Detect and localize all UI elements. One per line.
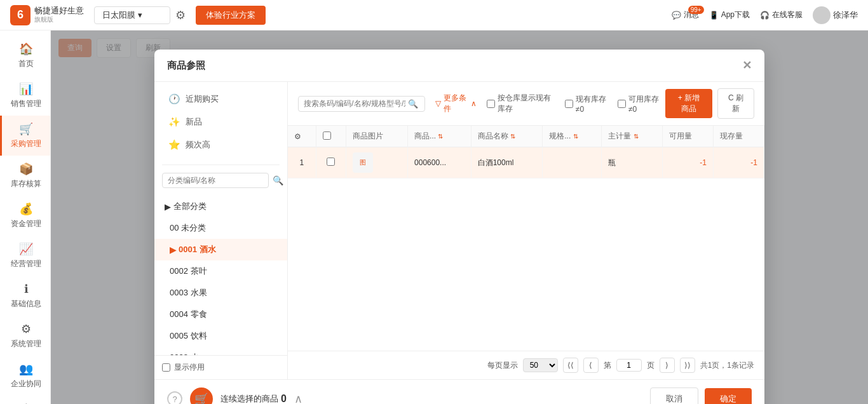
code-label: 商品...	[414, 131, 436, 140]
tenant-selector[interactable]: 日太阳膜 ▾	[94, 6, 170, 24]
category-item-5[interactable]: 0005 饮料	[154, 325, 287, 347]
row-name: 白酒100ml	[471, 147, 543, 178]
more-filters-button[interactable]: ▽ 更多条件 ∧	[430, 90, 482, 117]
product-search-box: 🔍	[298, 96, 425, 112]
help-icon[interactable]: ?	[167, 391, 182, 404]
category-label: 全部分类	[173, 201, 207, 212]
current-stock-checkbox-label[interactable]: 现有库存≠0	[565, 94, 607, 114]
column-spec[interactable]: 规格... ⇅	[543, 126, 602, 147]
next-page-button[interactable]: ⟩	[660, 358, 675, 373]
sidebar-item-home[interactable]: 🏠 首页	[0, 36, 50, 76]
home-icon: 🏠	[19, 42, 33, 56]
sidebar-item-inventory[interactable]: 📦 库存核算	[0, 156, 50, 196]
username: 徐泽华	[833, 10, 858, 21]
available-stock-label: 可用库存≠0	[628, 94, 660, 114]
page-size-select[interactable]: 20 50 100	[523, 358, 558, 372]
sidebar-item-guide[interactable]: 🎓 新手引导	[0, 396, 50, 404]
sidebar-item-finance[interactable]: 💰 资金管理	[0, 196, 50, 236]
table-row[interactable]: 1 图	[288, 147, 764, 178]
sidebar-item-purchase[interactable]: 🛒 采购管理	[0, 116, 50, 156]
avatar	[813, 6, 831, 24]
logo-area: 6 畅捷通好生意 旗舰版	[10, 5, 84, 25]
product-search-input[interactable]	[304, 99, 405, 108]
collapse-icon[interactable]: ∧	[294, 392, 302, 404]
recent-icon: 🕐	[168, 93, 180, 105]
sidebar-item-operations[interactable]: 📈 经营管理	[0, 236, 50, 276]
column-available: 可用量	[663, 126, 714, 147]
add-product-button[interactable]: + 新增商品	[665, 89, 712, 118]
sort-icon: ⇅	[634, 133, 639, 140]
row-code: 000600...	[408, 147, 471, 178]
sidebar-item-basic[interactable]: ℹ 基础信息	[0, 276, 50, 316]
new-product-item[interactable]: ✨ 新品	[162, 111, 280, 133]
cancel-button[interactable]: 取消	[650, 387, 698, 404]
unit-label: 主计量	[608, 131, 631, 140]
product-table: ⚙ 商品图片 商品... ⇅ 商品名称	[288, 126, 764, 178]
service-nav-item[interactable]: 🎧 在线客服	[760, 10, 803, 20]
inventory-icon: 📦	[19, 162, 33, 176]
row-available: -1	[663, 147, 714, 178]
warehouse-stock-checkbox[interactable]	[487, 100, 495, 108]
category-item-6[interactable]: 0008 水	[154, 347, 287, 355]
app-download-nav-item[interactable]: 📱 App下载	[709, 10, 750, 20]
page-number-input[interactable]	[616, 359, 642, 372]
high-freq-label: 频次高	[186, 139, 210, 151]
trial-button[interactable]: 体验行业方案	[196, 6, 266, 25]
show-disabled-checkbox[interactable]	[162, 363, 170, 372]
message-nav-item[interactable]: 💬 消息 99+	[672, 10, 699, 20]
high-frequency-item[interactable]: ⭐ 频次高	[162, 134, 280, 156]
category-item-2[interactable]: 0002 茶叶	[154, 260, 287, 282]
prev-page-button[interactable]: ⟨	[583, 358, 599, 373]
sidebar-item-enterprise[interactable]: 👥 企业协同	[0, 356, 50, 396]
app-label: App下载	[721, 10, 750, 20]
user-nav-item[interactable]: 徐泽华	[813, 6, 858, 24]
last-page-button[interactable]: ⟩⟩	[680, 358, 695, 373]
category-label: 0001 酒水	[179, 244, 216, 255]
column-code[interactable]: 商品... ⇅	[408, 126, 471, 147]
category-search-icon[interactable]: 🔍	[273, 175, 283, 185]
select-all-checkbox[interactable]	[323, 131, 331, 140]
category-item-4[interactable]: 0004 零食	[154, 304, 287, 325]
category-item-0[interactable]: 00 未分类	[154, 217, 287, 239]
nav-right: 💬 消息 99+ 📱 App下载 🎧 在线客服 徐泽华	[672, 6, 858, 24]
refresh-button[interactable]: C 刷新	[717, 88, 754, 119]
show-disabled-label[interactable]: 显示停用	[174, 362, 205, 373]
product-image: 图	[353, 152, 373, 173]
message-badge: 99+	[688, 6, 704, 14]
chevron-down-icon: ▾	[138, 10, 142, 20]
modal-close-button[interactable]: ✕	[742, 58, 752, 72]
product-table-area: ⚙ 商品图片 商品... ⇅ 商品名称	[288, 126, 764, 351]
category-item-all[interactable]: ▶ 全部分类	[154, 196, 287, 217]
system-icon: ⚙	[21, 322, 31, 336]
sidebar-item-system[interactable]: ⚙ 系统管理	[0, 316, 50, 356]
available-stock-checkbox[interactable]	[618, 100, 626, 108]
current-stock-checkbox[interactable]	[565, 100, 573, 108]
recent-purchase-item[interactable]: 🕐 近期购买	[162, 88, 280, 110]
first-page-button[interactable]: ⟨⟨	[563, 358, 578, 373]
finance-icon: 💰	[19, 202, 33, 216]
row-checkbox[interactable]	[327, 158, 335, 166]
category-search-input[interactable]	[162, 173, 269, 188]
warehouse-stock-checkbox-label[interactable]: 按仓库显示现有库存	[487, 93, 555, 114]
category-item-3[interactable]: 0003 水果	[154, 282, 287, 304]
confirm-button[interactable]: 确定	[705, 388, 752, 404]
search-icon[interactable]: 🔍	[408, 99, 418, 109]
available-stock-checkbox-label[interactable]: 可用库存≠0	[618, 94, 660, 114]
purchase-icon: 🛒	[19, 122, 33, 136]
column-settings[interactable]: ⚙	[288, 126, 316, 147]
modal-title: 商品参照	[167, 60, 205, 72]
column-name[interactable]: 商品名称 ⇅	[471, 126, 543, 147]
cart-count: 0	[281, 393, 287, 404]
divider-1	[162, 165, 280, 165]
page-size-label: 每页显示	[487, 360, 518, 371]
category-label: 00 未分类	[170, 222, 206, 234]
sidebar-label-operations: 经营管理	[11, 259, 41, 269]
cart-button[interactable]: 🛒	[190, 387, 213, 404]
sidebar-item-sales[interactable]: 📊 销售管理	[0, 76, 50, 116]
message-icon: 💬	[672, 11, 681, 20]
category-item-1[interactable]: ▶ 0001 酒水	[154, 239, 287, 260]
gear-icon[interactable]: ⚙	[175, 8, 186, 22]
sales-icon: 📊	[19, 82, 33, 96]
column-unit[interactable]: 主计量 ⇅	[602, 126, 663, 147]
row-checkbox-cell	[316, 147, 346, 178]
